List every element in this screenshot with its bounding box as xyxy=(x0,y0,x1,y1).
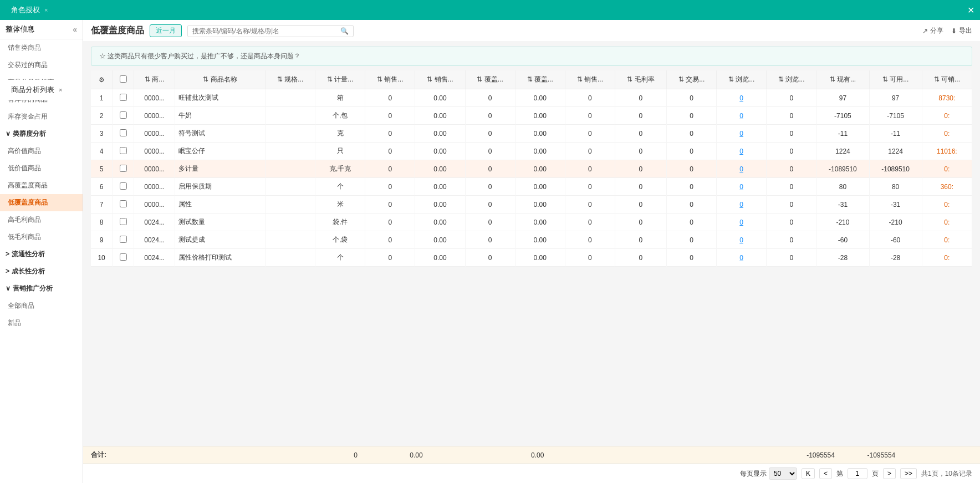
header-actions: ↗ 分享 ⬇ 导出 xyxy=(922,26,972,35)
nav-tab-商品分析[interactable]: 商品分析× xyxy=(4,60,69,80)
search-icon[interactable]: 🔍 xyxy=(340,27,349,35)
sidebar-section-14[interactable]: ∨营销推广分析 xyxy=(0,280,83,297)
period-button[interactable]: 近一月 xyxy=(150,24,182,37)
cell-13[interactable]: 0 xyxy=(717,196,767,213)
col-header-trade[interactable]: ⇅ 交易... xyxy=(666,70,716,89)
col-header-current[interactable]: ⇅ 现有... xyxy=(816,70,869,89)
footer-spacer3 xyxy=(568,451,790,459)
cell-6: 0 xyxy=(365,231,415,249)
per-page-dropdown[interactable]: 102050100 xyxy=(769,467,797,480)
col-header-browse2[interactable]: ⇅ 浏览... xyxy=(767,70,816,89)
col-header-sales2[interactable]: ⇅ 销售... xyxy=(565,70,615,89)
cell-13[interactable]: 0 xyxy=(717,160,767,178)
sidebar-item-11[interactable]: 低毛利商品 xyxy=(0,228,83,246)
row-checkbox[interactable] xyxy=(120,218,127,225)
col-header-available[interactable]: ⇅ 可用... xyxy=(869,70,922,89)
nav-tab-商品分析列表[interactable]: 商品分析列表× xyxy=(4,80,69,100)
row-checkbox[interactable] xyxy=(120,94,127,101)
cell-6: 0 xyxy=(365,196,415,213)
select-all-checkbox[interactable] xyxy=(120,75,127,83)
col-header-unit[interactable]: ⇅ 计量... xyxy=(315,70,365,89)
nav-tab-close-角色授权[interactable]: × xyxy=(44,7,48,13)
first-page-button[interactable]: K xyxy=(802,468,815,479)
col-header-code[interactable]: ⇅ 商... xyxy=(134,70,175,89)
cell-5: 米 xyxy=(315,196,365,213)
col-header-name[interactable]: ⇅ 商品名称 xyxy=(175,70,266,89)
cell-4 xyxy=(266,249,315,267)
table-row: 40000...眠宝公仔只00.0000.0000000122412241101… xyxy=(91,143,972,160)
cell-3: 测试提成 xyxy=(175,231,266,249)
cell-13[interactable]: 0 xyxy=(717,107,767,125)
col-header-gross_rate[interactable]: ⇅ 毛利率 xyxy=(615,70,666,89)
col-header-sales_count[interactable]: ⇅ 销售... xyxy=(365,70,415,89)
cell-13[interactable]: 0 xyxy=(717,213,767,231)
footer-spacer1 xyxy=(130,451,325,459)
cell-9: 0.00 xyxy=(515,249,565,267)
last-page-button[interactable]: >> xyxy=(900,468,917,479)
col-header-saleable[interactable]: ⇅ 可销... xyxy=(922,70,972,89)
next-page-button[interactable]: > xyxy=(883,468,896,479)
row-checkbox[interactable] xyxy=(120,200,127,207)
export-button[interactable]: ⬇ 导出 xyxy=(951,26,972,35)
nav-tab-close-产成品入库单[interactable]: × xyxy=(59,27,62,33)
row-checkbox[interactable] xyxy=(120,111,127,119)
cell-1 xyxy=(113,107,134,125)
sidebar-collapse-button[interactable]: « xyxy=(73,25,77,34)
sidebar-item-10[interactable]: 高毛利商品 xyxy=(0,211,83,228)
col-header-coverage1[interactable]: ⇅ 覆盖... xyxy=(465,70,515,89)
prev-page-button[interactable]: < xyxy=(819,468,832,479)
cell-4 xyxy=(266,160,315,178)
cell-13[interactable]: 0 xyxy=(717,125,767,143)
nav-tab-close-商品分析列表[interactable]: × xyxy=(59,87,62,93)
sidebar-item-9[interactable]: 低覆盖度商品 xyxy=(0,194,83,211)
cell-13[interactable]: 0 xyxy=(717,178,767,196)
cell-14: 0 xyxy=(767,160,816,178)
cell-12: 0 xyxy=(666,125,716,143)
cell-15: 1224 xyxy=(816,143,869,160)
sidebar-section-13[interactable]: >成长性分析 xyxy=(0,263,83,280)
cell-13[interactable]: 0 xyxy=(717,143,767,160)
cell-0: 5 xyxy=(91,160,113,178)
row-checkbox[interactable] xyxy=(120,182,127,190)
cell-17: 0: xyxy=(922,196,972,213)
sidebar-item-16[interactable]: 新品 xyxy=(0,314,83,332)
page-text2: 页 xyxy=(872,469,879,479)
share-button[interactable]: ↗ 分享 xyxy=(922,26,943,35)
row-checkbox[interactable] xyxy=(120,165,127,172)
cell-14: 0 xyxy=(767,213,816,231)
col-header-sales_amount[interactable]: ⇅ 销售... xyxy=(415,70,465,89)
sidebar-item-7[interactable]: 低价值商品 xyxy=(0,160,83,177)
sidebar-item-8[interactable]: 高覆盖度商品 xyxy=(0,177,83,194)
cell-15: -31 xyxy=(816,196,869,213)
nav-tab-单据模板设置[interactable]: 单据模板设置× xyxy=(4,40,69,60)
cell-12: 0 xyxy=(666,196,716,213)
sidebar-section-12[interactable]: >流通性分析 xyxy=(0,246,83,263)
nav-tab-close-单据模板设置[interactable]: × xyxy=(59,47,62,53)
col-header-browse1[interactable]: ⇅ 浏览... xyxy=(717,70,767,89)
row-checkbox[interactable] xyxy=(120,236,127,243)
nav-tab-产成品入库单[interactable]: 产成品入库单× xyxy=(4,20,69,40)
search-input[interactable] xyxy=(192,27,337,35)
row-checkbox[interactable] xyxy=(120,147,127,154)
close-all-button[interactable]: ✕ xyxy=(967,5,974,16)
sidebar-item-4[interactable]: 库存资金占用 xyxy=(0,108,83,125)
row-checkbox[interactable] xyxy=(120,253,127,261)
current-page-input[interactable] xyxy=(848,468,867,479)
cell-13[interactable]: 0 xyxy=(717,249,767,267)
nav-tab-角色授权[interactable]: 角色授权× xyxy=(4,0,69,20)
sidebar-section-5[interactable]: ∨类群度分析 xyxy=(0,125,83,143)
col-header-coverage2[interactable]: ⇅ 覆盖... xyxy=(515,70,565,89)
cell-15: -210 xyxy=(816,213,869,231)
col-header-spec[interactable]: ⇅ 规格... xyxy=(266,70,315,89)
col-header-settings: ⚙ xyxy=(91,70,113,89)
cell-11: 0 xyxy=(615,196,666,213)
sidebar-item-15[interactable]: 全部商品 xyxy=(0,297,83,314)
table-wrapper[interactable]: ⚙⇅ 商...⇅ 商品名称⇅ 规格...⇅ 计量...⇅ 销售...⇅ 销售..… xyxy=(83,70,980,446)
sidebar-item-6[interactable]: 高价值商品 xyxy=(0,143,83,160)
cell-13[interactable]: 0 xyxy=(717,231,767,249)
cell-13[interactable]: 0 xyxy=(717,89,767,107)
cell-11: 0 xyxy=(615,89,666,107)
nav-tab-close-商品分析[interactable]: × xyxy=(44,67,48,73)
cell-5: 个 xyxy=(315,249,365,267)
row-checkbox[interactable] xyxy=(120,129,127,136)
